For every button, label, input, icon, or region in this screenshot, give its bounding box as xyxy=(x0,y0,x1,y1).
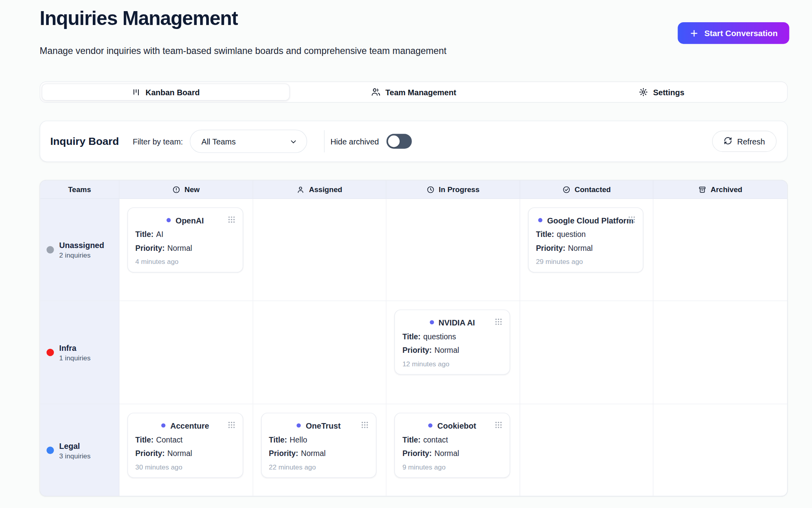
team-color-dot xyxy=(46,246,54,254)
board-cell-legal-contacted xyxy=(520,404,654,496)
page-title: Inquiries Management xyxy=(40,0,788,30)
drag-handle-icon[interactable] xyxy=(228,421,235,431)
column-header-contacted: Contacted xyxy=(520,181,654,199)
board-cell-legal-in-progress: Cookiebot Title:contact Priority:Normal … xyxy=(387,404,520,496)
check-circle-icon xyxy=(562,185,570,193)
inquiry-card-openai[interactable]: OpenAI Title:AI Priority:Normal 4 minute… xyxy=(127,208,243,273)
card-timestamp: 9 minutes ago xyxy=(402,463,502,471)
chevron-down-icon xyxy=(289,138,297,148)
vendor-dot xyxy=(429,320,434,325)
team-filter-select[interactable]: All Teams xyxy=(190,130,307,153)
column-header-in-progress: In Progress xyxy=(387,181,520,199)
toolbar-divider xyxy=(324,130,324,152)
refresh-icon xyxy=(724,136,732,146)
column-header-new: New xyxy=(119,181,253,199)
kanban-icon xyxy=(132,88,141,97)
start-conversation-button[interactable]: Start Conversation xyxy=(678,22,789,44)
drag-handle-icon[interactable] xyxy=(228,216,235,225)
card-title-line: Title:Hello xyxy=(269,435,368,444)
card-priority-line: Priority:Normal xyxy=(402,449,502,458)
team-inquiry-count: 3 inquiries xyxy=(59,452,90,460)
card-title-line: Title:AI xyxy=(135,230,235,239)
gear-icon xyxy=(639,87,648,97)
plus-icon xyxy=(689,28,699,38)
board-cell-infra-new xyxy=(119,301,253,404)
team-inquiry-count: 2 inquiries xyxy=(59,251,104,259)
drag-handle-icon[interactable] xyxy=(495,318,502,327)
team-row-unassigned: Unassigned 2 inquiries xyxy=(40,199,119,301)
card-vendor-name: OneTrust xyxy=(306,421,341,430)
start-conversation-label: Start Conversation xyxy=(704,28,778,38)
card-title-line: Title:questions xyxy=(402,332,502,341)
drag-handle-icon[interactable] xyxy=(628,216,636,225)
toggle-knob xyxy=(388,135,399,147)
card-vendor-name: OpenAI xyxy=(176,216,204,225)
page: Inquiries Management Start Conversation … xyxy=(0,0,812,508)
column-header-archived: Archived xyxy=(654,181,787,199)
archive-icon xyxy=(699,185,707,193)
drag-handle-icon[interactable] xyxy=(361,421,369,431)
column-label: New xyxy=(184,185,199,194)
vendor-dot xyxy=(428,423,433,428)
board-cell-unassigned-in-progress xyxy=(387,199,520,301)
drag-handle-icon[interactable] xyxy=(495,421,502,431)
vendor-dot xyxy=(538,218,542,222)
card-timestamp: 30 minutes ago xyxy=(135,463,235,471)
team-inquiry-count: 1 inquiries xyxy=(59,354,90,362)
team-row-legal: Legal 3 inquiries xyxy=(40,404,119,496)
card-priority-line: Priority:Normal xyxy=(536,244,636,252)
card-priority-line: Priority:Normal xyxy=(135,449,235,458)
tab-kanban-board[interactable]: Kanban Board xyxy=(42,84,289,101)
users-icon xyxy=(371,87,381,97)
card-priority-line: Priority:Normal xyxy=(402,346,502,354)
kanban-board-table: Teams New Assigned In Progress xyxy=(40,180,788,496)
tab-team-management[interactable]: Team Management xyxy=(290,84,538,101)
inquiry-card-google-cloud-platform[interactable]: Google Cloud Platform Title:question Pri… xyxy=(528,208,643,273)
card-title-line: Title:contact xyxy=(402,435,502,444)
inquiry-card-nvidia-ai[interactable]: NVIDIA AI Title:questions Priority:Norma… xyxy=(395,310,510,375)
column-header-teams: Teams xyxy=(40,181,119,199)
card-vendor-name: Google Cloud Platform xyxy=(547,216,634,225)
tab-label: Settings xyxy=(653,88,684,97)
user-icon xyxy=(297,185,304,193)
team-name: Infra xyxy=(59,343,90,352)
hide-archived-label: Hide archived xyxy=(330,137,379,146)
tab-settings[interactable]: Settings xyxy=(538,84,785,101)
inquiry-card-cookiebot[interactable]: Cookiebot Title:contact Priority:Normal … xyxy=(395,413,510,478)
refresh-label: Refresh xyxy=(737,137,765,146)
vendor-dot xyxy=(167,218,171,222)
vendor-dot xyxy=(161,423,166,428)
tab-bar: Kanban Board Team Management Settings xyxy=(40,81,788,102)
tab-label: Team Management xyxy=(385,88,456,97)
team-row-infra: Infra 1 inquiries xyxy=(40,301,119,404)
vendor-dot xyxy=(297,423,301,428)
card-timestamp: 4 minutes ago xyxy=(135,258,235,266)
page-subtitle: Manage vendor inquiries with team-based … xyxy=(40,46,788,57)
team-filter-value: All Teams xyxy=(201,137,236,146)
refresh-button[interactable]: Refresh xyxy=(712,131,777,152)
inquiry-board-toolbar: Inquiry Board Filter by team: All Teams … xyxy=(40,121,788,162)
board-title: Inquiry Board xyxy=(50,135,119,148)
team-color-dot xyxy=(46,446,54,454)
team-color-dot xyxy=(46,349,54,356)
card-vendor-name: Accenture xyxy=(170,421,209,430)
board-cell-legal-new: Accenture Title:Contact Priority:Normal … xyxy=(119,404,253,496)
card-priority-line: Priority:Normal xyxy=(269,449,368,458)
inquiry-card-accenture[interactable]: Accenture Title:Contact Priority:Normal … xyxy=(127,413,243,478)
tab-label: Kanban Board xyxy=(146,88,200,97)
card-vendor-name: NVIDIA AI xyxy=(439,318,475,327)
column-label: In Progress xyxy=(439,185,480,194)
card-timestamp: 12 minutes ago xyxy=(402,360,502,368)
card-timestamp: 22 minutes ago xyxy=(269,463,368,471)
card-title-line: Title:Contact xyxy=(135,435,235,444)
card-vendor-name: Cookiebot xyxy=(437,421,476,430)
team-name: Legal xyxy=(59,441,90,450)
card-timestamp: 29 minutes ago xyxy=(536,258,636,266)
column-label: Teams xyxy=(68,185,91,194)
inquiry-card-onetrust[interactable]: OneTrust Title:Hello Priority:Normal 22 … xyxy=(261,413,376,478)
clock-icon xyxy=(427,185,435,193)
hide-archived-toggle[interactable] xyxy=(386,134,412,148)
board-cell-infra-assigned xyxy=(253,301,387,404)
board-cell-legal-assigned: OneTrust Title:Hello Priority:Normal 22 … xyxy=(253,404,387,496)
board-cell-unassigned-new: OpenAI Title:AI Priority:Normal 4 minute… xyxy=(119,199,253,301)
